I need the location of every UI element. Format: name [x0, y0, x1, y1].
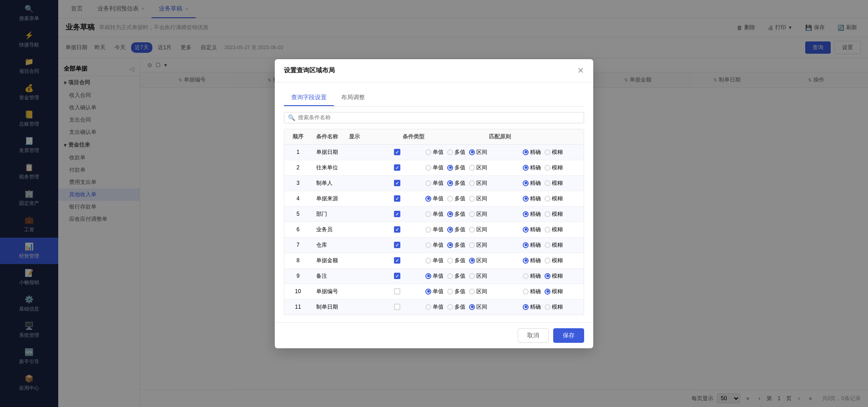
- radio-circle: [545, 289, 550, 295]
- radio-match-fuzzy-11[interactable]: 模糊: [545, 303, 563, 311]
- radio-match-exact-11[interactable]: 精确: [523, 303, 541, 311]
- radio-match-exact-6[interactable]: 精确: [523, 226, 541, 234]
- radio-match-fuzzy-1[interactable]: 模糊: [545, 148, 563, 156]
- radio-type-single-9[interactable]: 单值: [425, 272, 444, 280]
- radio-type-multi-4[interactable]: 多值: [447, 195, 465, 203]
- radio-type-range-1[interactable]: 区间: [469, 148, 487, 156]
- radio-type-range-6[interactable]: 区间: [469, 226, 487, 234]
- radio-type-single-2[interactable]: 单值: [425, 164, 444, 172]
- row-show-6[interactable]: ✓: [384, 223, 411, 236]
- radio-type-multi-8[interactable]: 多值: [447, 257, 465, 265]
- radio-match-exact-8[interactable]: 精确: [523, 257, 541, 265]
- radio-type-range-11[interactable]: 区间: [469, 303, 487, 311]
- radio-circle: [545, 258, 550, 264]
- radio-match-fuzzy-3[interactable]: 模糊: [545, 179, 563, 187]
- radio-type-single-1[interactable]: 单值: [425, 148, 444, 156]
- radio-type-range-10[interactable]: 区间: [469, 288, 487, 295]
- checkbox-1[interactable]: ✓: [394, 149, 400, 155]
- row-show-8[interactable]: ✓: [384, 254, 411, 267]
- radio-circle: [523, 165, 529, 171]
- modal-close-button[interactable]: ✕: [577, 66, 584, 76]
- radio-type-multi-2[interactable]: 多值: [447, 164, 465, 172]
- row-show-2[interactable]: ✓: [384, 161, 411, 174]
- radio-type-single-5[interactable]: 单值: [425, 210, 444, 218]
- row-match-9: 精确模糊: [502, 269, 584, 284]
- radio-type-multi-5[interactable]: 多值: [447, 210, 465, 218]
- settings-row: 3制单人✓单值多值区间精确模糊: [284, 176, 584, 191]
- radio-type-multi-9[interactable]: 多值: [447, 272, 465, 280]
- radio-type-multi-3[interactable]: 多值: [447, 179, 465, 187]
- radio-match-fuzzy-2[interactable]: 模糊: [545, 164, 563, 172]
- cancel-button[interactable]: 取消: [518, 328, 549, 343]
- row-show-9[interactable]: ✓: [384, 269, 411, 283]
- radio-type-single-10[interactable]: 单值: [425, 288, 444, 295]
- radio-type-range-5[interactable]: 区间: [469, 210, 487, 218]
- radio-type-range-8[interactable]: 区间: [469, 257, 487, 265]
- radio-match-exact-1[interactable]: 精确: [523, 148, 541, 156]
- checkbox-5[interactable]: ✓: [394, 211, 400, 217]
- radio-match-fuzzy-5[interactable]: 模糊: [545, 210, 563, 218]
- search-input[interactable]: [298, 114, 580, 121]
- radio-type-multi-10[interactable]: 多值: [447, 288, 465, 295]
- radio-match-exact-7[interactable]: 精确: [523, 241, 541, 249]
- radio-match-fuzzy-6[interactable]: 模糊: [545, 226, 563, 234]
- radio-circle: [545, 149, 550, 155]
- radio-type-range-9[interactable]: 区间: [469, 272, 487, 280]
- radio-type-range-7[interactable]: 区间: [469, 241, 487, 249]
- radio-circle: [425, 273, 431, 279]
- modal-tabs: 查询字段设置布局调整: [284, 90, 584, 107]
- radio-type-range-4[interactable]: 区间: [469, 195, 487, 203]
- settings-row: 2往来单位✓单值多值区间精确模糊: [284, 160, 584, 176]
- radio-match-exact-10[interactable]: 精确: [523, 288, 541, 295]
- checkbox-10[interactable]: [394, 288, 400, 295]
- radio-type-single-7[interactable]: 单值: [425, 241, 444, 249]
- row-show-3[interactable]: ✓: [384, 176, 411, 190]
- row-show-4[interactable]: ✓: [384, 192, 411, 205]
- radio-match-fuzzy-9[interactable]: 模糊: [545, 272, 563, 280]
- row-match-1: 精确模糊: [502, 145, 584, 160]
- radio-match-fuzzy-10[interactable]: 模糊: [545, 288, 563, 295]
- radio-circle: [447, 165, 453, 171]
- row-show-10[interactable]: [384, 285, 411, 298]
- radio-match-fuzzy-8[interactable]: 模糊: [545, 257, 563, 265]
- radio-match-exact-5[interactable]: 精确: [523, 210, 541, 218]
- row-match-10: 精确模糊: [502, 284, 584, 299]
- radio-type-multi-6[interactable]: 多值: [447, 226, 465, 234]
- modal-tab-fields[interactable]: 查询字段设置: [284, 90, 334, 106]
- radio-match-fuzzy-7[interactable]: 模糊: [545, 241, 563, 249]
- radio-match-exact-4[interactable]: 精确: [523, 195, 541, 203]
- row-show-7[interactable]: ✓: [384, 238, 411, 252]
- radio-type-single-11[interactable]: 单值: [425, 303, 444, 311]
- radio-match-exact-3[interactable]: 精确: [523, 179, 541, 187]
- radio-type-single-6[interactable]: 单值: [425, 226, 444, 234]
- row-name-8: 单据金额: [312, 253, 384, 268]
- row-show-1[interactable]: ✓: [384, 145, 411, 159]
- checkbox-11[interactable]: [394, 304, 400, 310]
- checkbox-6[interactable]: ✓: [394, 226, 400, 233]
- radio-match-fuzzy-4[interactable]: 模糊: [545, 195, 563, 203]
- radio-type-single-4[interactable]: 单值: [425, 195, 444, 203]
- checkbox-9[interactable]: ✓: [394, 273, 400, 279]
- radio-type-multi-11[interactable]: 多值: [447, 303, 465, 311]
- radio-type-multi-1[interactable]: 多值: [447, 148, 465, 156]
- radio-type-range-3[interactable]: 区间: [469, 179, 487, 187]
- radio-type-single-8[interactable]: 单值: [425, 257, 444, 265]
- row-show-5[interactable]: ✓: [384, 207, 411, 221]
- save-button[interactable]: 保存: [553, 328, 584, 343]
- checkbox-7[interactable]: ✓: [394, 242, 400, 248]
- modal-tab-layout[interactable]: 布局调整: [334, 90, 372, 106]
- radio-type-range-2[interactable]: 区间: [469, 164, 487, 172]
- radio-match-exact-9[interactable]: 精确: [523, 272, 541, 280]
- checkbox-2[interactable]: ✓: [394, 164, 400, 171]
- radio-type-single-3[interactable]: 单值: [425, 179, 444, 187]
- radio-type-multi-7[interactable]: 多值: [447, 241, 465, 249]
- checkbox-3[interactable]: ✓: [394, 180, 400, 186]
- row-match-11: 精确模糊: [502, 300, 584, 315]
- radio-circle: [523, 273, 529, 279]
- row-type-9: 单值多值区间: [411, 269, 502, 284]
- checkbox-4[interactable]: ✓: [394, 195, 400, 202]
- checkbox-8[interactable]: ✓: [394, 257, 400, 264]
- radio-match-exact-2[interactable]: 精确: [523, 164, 541, 172]
- row-show-11[interactable]: [384, 300, 411, 314]
- radio-circle: [545, 165, 550, 171]
